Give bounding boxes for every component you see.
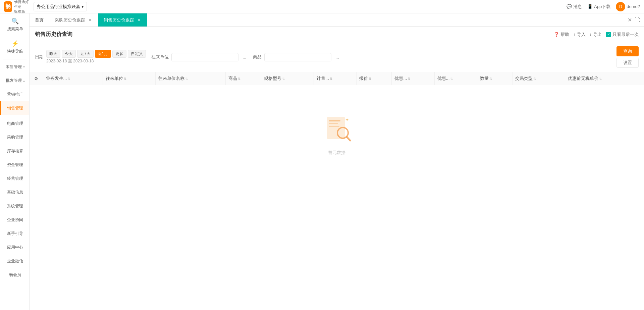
sidebar-item-marketing[interactable]: 营销推广 [0, 88, 29, 101]
th-price-no-tax[interactable]: 优惠前无税单价⇅ [565, 72, 644, 85]
table-header-row: ⚙ 业务发生...⇅ 往来单位⇅ 往来单位名称⇅ [30, 72, 644, 85]
th-discount2[interactable]: 优惠...⇅ [434, 72, 477, 85]
sort-icon: ⇅ [408, 77, 410, 81]
help-action[interactable]: ❓ 帮助 [554, 32, 569, 38]
unit-input[interactable] [171, 53, 238, 61]
date-btn-7days[interactable]: 近7天 [77, 50, 94, 58]
sort-icon: ⇅ [238, 77, 240, 81]
message-action[interactable]: 💬 消息 [567, 4, 582, 10]
th-unit-code[interactable]: 往来单位⇅ [103, 72, 156, 85]
th-goods[interactable]: 商品⇅ [226, 72, 261, 85]
sidebar-item-label: 企业协同 [7, 217, 23, 223]
page-header: 销售历史价查询 ❓ 帮助 ↑ 导入 ↓ 导出 ✓ [30, 27, 644, 42]
th-spec[interactable]: 规格型号⇅ [261, 72, 314, 85]
goods-input[interactable] [264, 53, 331, 61]
tab-label: 销售历史价跟踪 [104, 17, 134, 23]
content-area: 首页 采购历史价跟踪 ✕ 销售历史价跟踪 ✕ ✕ ⛶ 销售历史价查询 [30, 13, 644, 310]
export-action[interactable]: ↓ 导出 [590, 32, 602, 38]
import-action[interactable]: ↑ 导入 [573, 32, 586, 38]
date-btn-yesterday[interactable]: 昨天 [46, 50, 60, 58]
th-unit-name[interactable]: 往来单位名称⇅ [156, 72, 226, 85]
page-card: 销售历史价查询 ❓ 帮助 ↑ 导入 ↓ 导出 ✓ [30, 27, 644, 310]
th-quote[interactable]: 报价⇅ [357, 72, 392, 85]
table-container: ⚙ 业务发生...⇅ 往来单位⇅ 往来单位名称⇅ [30, 72, 644, 183]
app-selector[interactable]: 办公用品行业模拟账套 ▾ [34, 2, 87, 11]
sidebar-item-label: 快捷导航 [7, 49, 23, 54]
sidebar-item-ecommerce[interactable]: 电商管理 [0, 117, 29, 131]
sidebar-item-label: 企业微信 [7, 258, 23, 264]
user-area[interactable]: D demo2 [616, 2, 640, 11]
sidebar-item-label: 批发管理 [6, 78, 22, 84]
sidebar-item-search[interactable]: 🔍 搜索菜单 [0, 13, 29, 36]
tab-home[interactable]: 首页 [30, 13, 49, 27]
th-trade-type[interactable]: 交易类型⇅ [512, 72, 565, 85]
sidebar-item-shortcut[interactable]: ⚡ 快捷导航 [0, 36, 29, 58]
sidebar-item-guide[interactable]: 新手引导 [0, 227, 29, 241]
sidebar-item-member[interactable]: 畅会员 [0, 268, 29, 282]
sidebar-item-system[interactable]: 系统管理 [0, 199, 29, 213]
date-label: 日期 [35, 54, 44, 60]
sidebar-item-wechat[interactable]: 企业微信 [0, 254, 29, 268]
sidebar-item-label: 采购管理 [7, 135, 23, 140]
maximize-icon[interactable]: ⛶ [635, 17, 640, 23]
th-settings[interactable]: ⚙ [30, 72, 43, 85]
app-download-action[interactable]: 📱 App下载 [587, 4, 610, 10]
page-header-actions: ❓ 帮助 ↑ 导入 ↓ 导出 ✓ 只看最后一次 [554, 32, 639, 38]
date-btn-today[interactable]: 今天 [62, 50, 76, 58]
only-last-checkbox[interactable]: ✓ 只看最后一次 [606, 32, 639, 38]
empty-illustration: ✦ [317, 112, 357, 146]
chevron-down-icon: ▾ [82, 4, 84, 9]
tab-purchase[interactable]: 采购历史价跟踪 ✕ [49, 13, 98, 27]
date-btn-more[interactable]: 更多 [112, 50, 126, 58]
filter-bar: 日期 昨天 今天 近7天 近1月 更多 自定义 2023-02-18 至 202… [30, 42, 644, 72]
sidebar-item-enterprise[interactable]: 企业协同 [0, 213, 29, 227]
sidebar-item-label: 库存核算 [7, 148, 23, 154]
tab-spacer [147, 13, 624, 27]
close-window-icon[interactable]: ✕ [628, 17, 632, 23]
svg-text:✦: ✦ [345, 117, 349, 122]
tab-bar: 首页 采购历史价跟踪 ✕ 销售历史价跟踪 ✕ ✕ ⛶ [30, 13, 644, 27]
tab-sales[interactable]: 销售历史价跟踪 ✕ [98, 13, 147, 27]
sort-icon: ⇅ [599, 77, 602, 81]
sidebar-item-appstore[interactable]: 应用中心 [0, 241, 29, 254]
date-quick-btns: 昨天 今天 近7天 近1月 更多 自定义 [46, 50, 146, 58]
tab-label: 首页 [35, 17, 44, 23]
sidebar-item-label: 经营管理 [7, 176, 23, 182]
chevron-up-icon: ▴ [23, 79, 25, 83]
sidebar-item-purchase[interactable]: 采购管理 [0, 131, 29, 144]
date-btn-custom[interactable]: 自定义 [128, 50, 146, 58]
goods-label: 商品 [253, 54, 262, 60]
sidebar-item-operations[interactable]: 经营管理 [0, 172, 29, 186]
sidebar-item-wholesale[interactable]: 批发管理 ▴ [0, 74, 29, 88]
page-title: 销售历史价查询 [35, 31, 72, 38]
th-unit[interactable]: 计量...⇅ [314, 72, 356, 85]
th-biz-date[interactable]: 业务发生...⇅ [43, 72, 103, 85]
sidebar-item-sales[interactable]: 销售管理 [0, 101, 29, 115]
sidebar-item-label: 新手引导 [7, 231, 23, 237]
sort-icon: ⇅ [369, 77, 371, 81]
close-icon[interactable]: ✕ [136, 17, 142, 23]
sidebar-item-finance[interactable]: 资金管理 [0, 158, 29, 172]
date-btn-1month[interactable]: 近1月 [95, 50, 111, 58]
svg-rect-2 [329, 123, 338, 124]
sidebar-item-retail[interactable]: 零售管理 ▾ [0, 60, 29, 74]
settings-icon: ⚙ [34, 76, 38, 81]
unit-dots: ... [241, 55, 248, 60]
sidebar-item-inventory[interactable]: 库存核算 [0, 144, 29, 158]
help-icon: ❓ [554, 32, 559, 37]
sort-icon: ⇅ [450, 77, 453, 81]
sort-icon: ⇅ [330, 77, 332, 81]
th-qty[interactable]: 数量⇅ [477, 72, 512, 85]
settings-button[interactable]: 设置 [616, 58, 639, 68]
sidebar-item-label: 系统管理 [7, 203, 23, 209]
tab-bar-actions: ✕ ⛶ [624, 13, 644, 27]
th-discount1[interactable]: 优惠...⇅ [392, 72, 434, 85]
query-button[interactable]: 查询 [616, 46, 639, 56]
close-icon[interactable]: ✕ [87, 17, 93, 23]
sidebar-item-label: 电商管理 [7, 121, 23, 126]
sort-icon: ⇅ [489, 77, 492, 81]
logo-icon: 畅 [4, 1, 12, 12]
logo-text: 畅捷通好生意 标准版 [14, 0, 31, 14]
sort-icon: ⇅ [67, 77, 70, 81]
sidebar-item-basic[interactable]: 基础信息 [0, 186, 29, 199]
